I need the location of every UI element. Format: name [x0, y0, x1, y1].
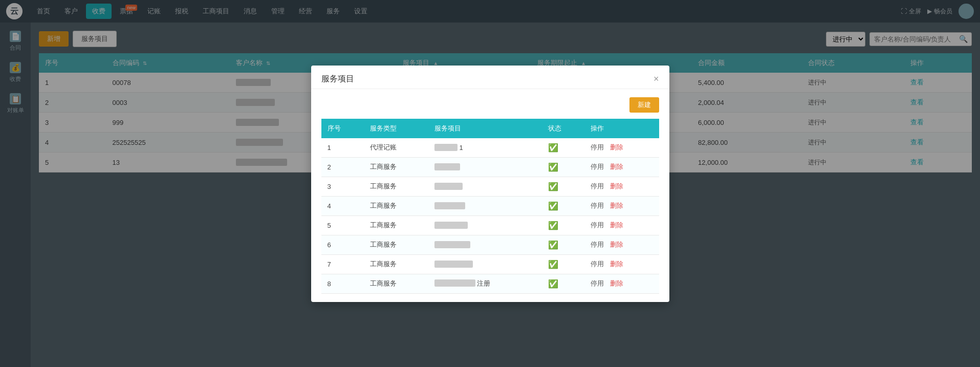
modal-cell-type: 工商服务: [364, 235, 428, 254]
modal-cell-type: 工商服务: [364, 177, 428, 196]
modal-col-item: 服务项目: [428, 119, 542, 138]
service-items-modal: 服务项目 × 新建 序号 服务类型 服务项目 状态 操作 1: [311, 66, 669, 302]
modal-cell-no: 5: [321, 215, 364, 235]
modal-title: 服务项目: [321, 74, 354, 84]
service-items-table: 序号 服务类型 服务项目 状态 操作 1 代理记账 1 ✅ 停用 删除 2 工商…: [321, 119, 659, 294]
modal-table-row: 6 工商服务 ✅ 停用 删除: [321, 235, 659, 254]
modal-cell-type: 工商服务: [364, 196, 428, 215]
status-check-icon: ✅: [548, 260, 558, 269]
modal-close-button[interactable]: ×: [654, 74, 659, 83]
status-check-icon: ✅: [548, 143, 558, 152]
stop-button[interactable]: 停用: [591, 143, 604, 151]
modal-cell-item: [428, 157, 542, 177]
modal-col-type: 服务类型: [364, 119, 428, 138]
modal-cell-type: 工商服务: [364, 254, 428, 274]
modal-cell-no: 1: [321, 138, 364, 158]
modal-body: 新建 序号 服务类型 服务项目 状态 操作 1 代理记账 1 ✅ 停用: [311, 89, 669, 302]
modal-cell-action[interactable]: 停用 删除: [584, 235, 659, 254]
modal-cell-status: ✅: [542, 254, 584, 274]
modal-cell-item: [428, 235, 542, 254]
stop-button[interactable]: 停用: [591, 241, 604, 248]
modal-table-row: 5 工商服务 ✅ 停用 删除: [321, 215, 659, 235]
modal-cell-no: 2: [321, 157, 364, 177]
stop-button[interactable]: 停用: [591, 163, 604, 170]
modal-cell-action[interactable]: 停用 删除: [584, 274, 659, 293]
modal-cell-item: [428, 215, 542, 235]
modal-cell-no: 7: [321, 254, 364, 274]
modal-cell-status: ✅: [542, 196, 584, 215]
modal-col-no: 序号: [321, 119, 364, 138]
modal-cell-status: ✅: [542, 177, 584, 196]
modal-cell-item: [428, 177, 542, 196]
modal-cell-action[interactable]: 停用 删除: [584, 254, 659, 274]
modal-col-action: 操作: [584, 119, 659, 138]
modal-table-row: 1 代理记账 1 ✅ 停用 删除: [321, 138, 659, 158]
modal-cell-status: ✅: [542, 157, 584, 177]
delete-button[interactable]: 删除: [610, 202, 623, 209]
delete-button[interactable]: 删除: [610, 163, 623, 170]
modal-cell-no: 8: [321, 274, 364, 293]
modal-table-row: 7 工商服务 ✅ 停用 删除: [321, 254, 659, 274]
status-check-icon: ✅: [548, 182, 558, 191]
modal-cell-status: ✅: [542, 215, 584, 235]
modal-cell-type: 工商服务: [364, 157, 428, 177]
modal-cell-status: ✅: [542, 274, 584, 293]
modal-cell-action[interactable]: 停用 删除: [584, 157, 659, 177]
status-check-icon: ✅: [548, 241, 558, 249]
stop-button[interactable]: 停用: [591, 260, 604, 268]
modal-cell-item: 注册: [428, 274, 542, 293]
modal-table-row: 3 工商服务 ✅ 停用 删除: [321, 177, 659, 196]
modal-new-button[interactable]: 新建: [629, 97, 659, 113]
modal-cell-action[interactable]: 停用 删除: [584, 196, 659, 215]
modal-table-row: 8 工商服务 注册 ✅ 停用 删除: [321, 274, 659, 293]
modal-cell-status: ✅: [542, 235, 584, 254]
stop-button[interactable]: 停用: [591, 182, 604, 190]
modal-toolbar: 新建: [321, 97, 659, 113]
status-check-icon: ✅: [548, 221, 558, 230]
stop-button[interactable]: 停用: [591, 279, 604, 287]
stop-button[interactable]: 停用: [591, 202, 604, 209]
modal-cell-no: 3: [321, 177, 364, 196]
status-check-icon: ✅: [548, 279, 558, 288]
delete-button[interactable]: 删除: [610, 260, 623, 268]
delete-button[interactable]: 删除: [610, 182, 623, 190]
modal-cell-item: 1: [428, 138, 542, 158]
modal-cell-type: 代理记账: [364, 138, 428, 158]
stop-button[interactable]: 停用: [591, 221, 604, 229]
modal-cell-no: 6: [321, 235, 364, 254]
status-check-icon: ✅: [548, 163, 558, 171]
modal-table-row: 4 工商服务 ✅ 停用 删除: [321, 196, 659, 215]
modal-cell-action[interactable]: 停用 删除: [584, 215, 659, 235]
delete-button[interactable]: 删除: [610, 221, 623, 229]
modal-cell-type: 工商服务: [364, 274, 428, 293]
modal-cell-item: [428, 196, 542, 215]
modal-col-status: 状态: [542, 119, 584, 138]
modal-header: 服务项目 ×: [311, 66, 669, 89]
modal-cell-action[interactable]: 停用 删除: [584, 177, 659, 196]
modal-cell-action[interactable]: 停用 删除: [584, 138, 659, 158]
modal-header-row: 序号 服务类型 服务项目 状态 操作: [321, 119, 659, 138]
status-check-icon: ✅: [548, 202, 558, 210]
modal-cell-type: 工商服务: [364, 215, 428, 235]
modal-table-row: 2 工商服务 ✅ 停用 删除: [321, 157, 659, 177]
delete-button[interactable]: 删除: [610, 279, 623, 287]
modal-overlay[interactable]: 服务项目 × 新建 序号 服务类型 服务项目 状态 操作 1: [0, 0, 980, 367]
delete-button[interactable]: 删除: [610, 143, 623, 151]
modal-cell-status: ✅: [542, 138, 584, 158]
modal-cell-item: [428, 254, 542, 274]
delete-button[interactable]: 删除: [610, 241, 623, 248]
modal-cell-no: 4: [321, 196, 364, 215]
